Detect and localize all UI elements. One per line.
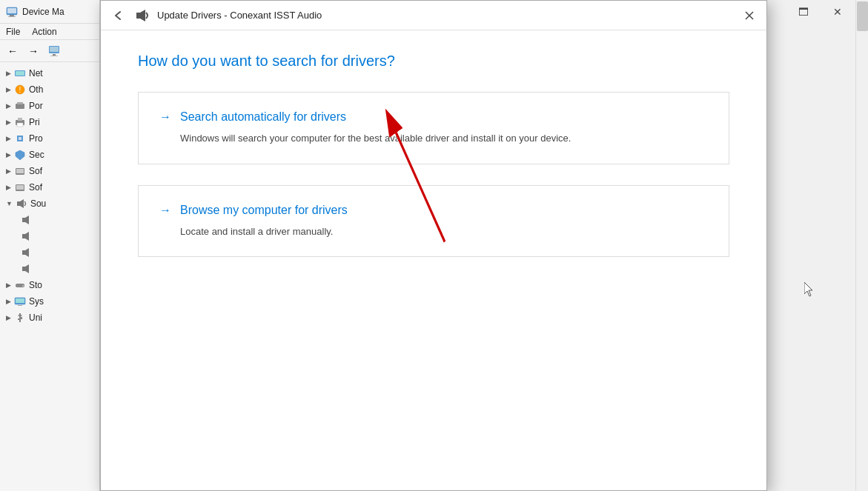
svg-rect-36 <box>16 298 24 303</box>
svg-rect-2 <box>8 16 16 17</box>
dialog-content: How do you want to search for drivers? →… <box>101 30 766 490</box>
sound-child4-icon <box>21 263 33 275</box>
network-icon <box>14 67 26 79</box>
option2-title-row: → Browse my computer for drivers <box>159 204 708 217</box>
tree-item-storage-label: Sto <box>29 280 42 290</box>
tree-item-network[interactable]: Net <box>0 65 99 81</box>
dm-titlebar: Device Ma <box>0 0 99 24</box>
tree-item-storage[interactable]: Sto <box>0 277 99 293</box>
dm-toolbar: ← → <box>0 40 99 62</box>
svg-rect-13 <box>17 102 23 104</box>
svg-rect-18 <box>19 137 21 140</box>
system-icon <box>14 295 26 307</box>
tree-item-sound[interactable]: Sou <box>0 196 99 212</box>
svg-rect-6 <box>53 54 56 56</box>
svg-rect-29 <box>22 250 25 255</box>
svg-rect-7 <box>50 56 58 56</box>
svg-rect-3 <box>7 8 16 13</box>
properties-icon <box>47 44 61 58</box>
dialog-close-icon <box>745 11 754 20</box>
dialog-close-button[interactable] <box>732 4 766 27</box>
tree-item-usb[interactable]: Uni <box>0 310 99 326</box>
option1-title: Search automatically for drivers <box>180 110 346 124</box>
dm-title-text: Device Ma <box>22 7 64 17</box>
toolbar-back-btn[interactable]: ← <box>3 42 22 60</box>
tree-item-sound-child2[interactable] <box>0 228 99 244</box>
svg-marker-26 <box>25 216 29 224</box>
tree-item-soft2-label: Sof <box>29 182 42 193</box>
svg-rect-34 <box>22 285 24 287</box>
ports-icon <box>14 100 26 112</box>
svg-rect-41 <box>21 317 22 319</box>
svg-marker-24 <box>20 199 24 208</box>
svg-marker-28 <box>25 232 29 241</box>
dm-tree: Net ! Oth Por Pri Pro <box>0 62 99 329</box>
tree-item-sound-child3[interactable] <box>0 244 99 261</box>
tree-item-ports-label: Por <box>29 101 43 111</box>
svg-marker-43 <box>140 10 145 21</box>
tree-item-system-label: Sys <box>29 296 44 307</box>
dialog-title: Update Drivers - Conexant ISST Audio <box>157 10 758 21</box>
svg-marker-30 <box>25 248 29 257</box>
audio-device-title-icon <box>135 8 150 23</box>
bg-close-btn[interactable]: ✕ <box>821 0 855 24</box>
svg-rect-42 <box>136 13 140 19</box>
svg-rect-25 <box>22 218 25 222</box>
tree-item-sec[interactable]: Sec <box>0 147 99 163</box>
storage-icon <box>14 279 26 291</box>
dialog-back-button[interactable] <box>110 7 127 24</box>
dm-menubar: File Action <box>0 24 99 40</box>
toolbar-forward-btn[interactable]: → <box>24 42 43 60</box>
update-drivers-dialog: Update Drivers - Conexant ISST Audio How… <box>100 0 767 491</box>
scrollbar-area[interactable] <box>855 0 868 491</box>
menu-file[interactable]: File <box>3 25 23 39</box>
svg-rect-9 <box>16 71 24 76</box>
tree-item-sec-label: Sec <box>29 150 44 160</box>
tree-item-other[interactable]: ! Oth <box>0 81 99 98</box>
option2-title: Browse my computer for drivers <box>180 204 348 217</box>
sound-child3-icon <box>21 247 33 258</box>
security-icon <box>14 149 26 161</box>
usb-icon <box>14 312 26 324</box>
mouse-cursor <box>804 282 816 297</box>
svg-marker-32 <box>25 264 29 273</box>
bg-window-controls: 🗖 ✕ <box>786 0 855 24</box>
sound-child1-icon <box>21 214 33 226</box>
tree-item-system[interactable]: Sys <box>0 293 99 310</box>
tree-item-print[interactable]: Pri <box>0 114 99 130</box>
svg-rect-40 <box>18 318 20 320</box>
print-icon <box>14 116 26 128</box>
tree-item-sound-child1[interactable] <box>0 212 99 228</box>
option1-title-row: → Search automatically for drivers <box>159 110 708 124</box>
toolbar-properties-btn[interactable] <box>44 42 64 60</box>
dialog-heading: How do you want to search for drivers? <box>138 53 729 70</box>
svg-marker-48 <box>804 282 812 296</box>
cursor-icon <box>804 282 816 297</box>
scrollbar-thumb[interactable] <box>857 1 868 31</box>
search-automatically-option[interactable]: → Search automatically for drivers Windo… <box>138 92 729 164</box>
svg-rect-12 <box>16 104 24 109</box>
tree-item-ports[interactable]: Por <box>0 98 99 114</box>
svg-marker-39 <box>18 313 22 316</box>
option1-description: Windows will search your computer for th… <box>159 131 708 146</box>
svg-rect-31 <box>22 267 25 271</box>
tree-item-soft1[interactable]: Sof <box>0 163 99 179</box>
svg-rect-23 <box>17 201 20 206</box>
proc-icon <box>14 133 26 144</box>
tree-item-print-label: Pri <box>29 117 40 127</box>
tree-item-soft2[interactable]: Sof <box>0 179 99 196</box>
tree-item-sound-child4[interactable] <box>0 261 99 277</box>
menu-action[interactable]: Action <box>29 25 59 39</box>
svg-rect-16 <box>17 123 23 127</box>
svg-rect-27 <box>22 234 25 238</box>
option1-arrow: → <box>159 110 171 124</box>
tree-item-proc-label: Pro <box>29 133 43 144</box>
tree-item-proc[interactable]: Pro <box>0 130 99 147</box>
svg-rect-5 <box>50 47 59 52</box>
bg-maximize-btn[interactable]: 🗖 <box>786 0 821 24</box>
tree-item-sound-label: Sou <box>30 198 46 209</box>
browse-computer-option[interactable]: → Browse my computer for drivers Locate … <box>138 185 729 258</box>
option2-arrow: → <box>159 204 171 217</box>
dm-window-icon <box>6 6 18 18</box>
tree-item-usb-label: Uni <box>29 313 42 323</box>
